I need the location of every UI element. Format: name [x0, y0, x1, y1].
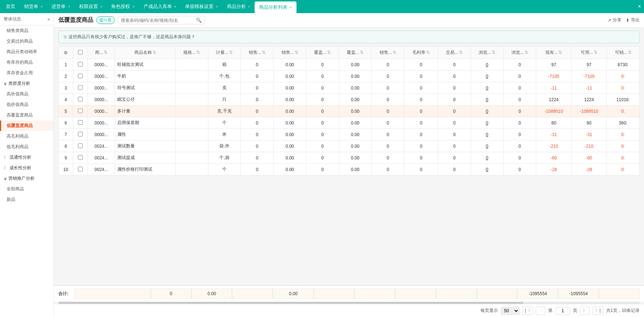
sidebar-item-high-value[interactable]: 高价值商品	[0, 89, 54, 99]
select-all-checkbox[interactable]	[78, 50, 83, 55]
col-sales-qty[interactable]: 销售...⇅	[241, 47, 274, 59]
cell-checkbox[interactable]	[73, 129, 88, 140]
first-page-button[interactable]: |〈	[522, 306, 533, 315]
row-checkbox[interactable]	[78, 155, 83, 160]
export-button[interactable]: ⬆ 导出	[626, 17, 640, 23]
sidebar-item-sales-goods[interactable]: 销售类商品	[0, 25, 54, 36]
row-checkbox[interactable]	[78, 108, 83, 113]
tab-product-analysis-list[interactable]: 商品分析列表 ×	[255, 1, 296, 13]
col-sellable[interactable]: 可销...⇅	[607, 47, 640, 59]
tab-product-analysis[interactable]: 商品分析 ×	[223, 0, 255, 13]
close-all-tabs-icon[interactable]: ×	[638, 3, 641, 10]
prev-page-button[interactable]: 〈	[536, 306, 545, 315]
cell-checkbox[interactable]	[73, 117, 88, 129]
tab-sales-order[interactable]: 销货单 ×	[20, 0, 47, 13]
cell-browse1[interactable]: 0	[471, 59, 503, 71]
share-button[interactable]: ↗ 分享	[608, 17, 621, 23]
cell-sales3: 0	[372, 164, 404, 175]
tab-close-icon[interactable]: ×	[174, 4, 176, 9]
sidebar-item-low-coverage[interactable]: 低覆盖度商品	[0, 120, 54, 131]
cell-browse1[interactable]: 0	[471, 152, 503, 164]
row-checkbox[interactable]	[78, 120, 83, 125]
sidebar-group-cluster[interactable]: ∨ 类群度分析	[0, 78, 54, 89]
sidebar-item-new-goods[interactable]: 新品	[0, 194, 54, 205]
sidebar-group-liquidity[interactable]: 〉 流通性分析	[0, 152, 54, 163]
col-coverage2[interactable]: 覆盖...⇅	[339, 47, 372, 59]
cell-checkbox[interactable]	[73, 106, 88, 117]
tab-product-warehouse[interactable]: 产成品入库单 ×	[139, 0, 181, 13]
row-checkbox[interactable]	[78, 97, 83, 102]
tab-purchase-order[interactable]: 进货单 ×	[47, 0, 74, 13]
row-checkbox[interactable]	[78, 167, 83, 171]
sidebar-group-marketing[interactable]: ∨ 营销推广分析	[0, 173, 54, 184]
cell-checkbox[interactable]	[73, 71, 88, 82]
tab-close-icon[interactable]: ×	[68, 4, 70, 9]
col-browse2[interactable]: 浏览...⇅	[503, 47, 536, 59]
cell-checkbox[interactable]	[73, 59, 88, 71]
sidebar-collapse-icon[interactable]: «	[47, 17, 50, 22]
row-checkbox[interactable]	[78, 143, 83, 148]
sidebar-item-in-stock[interactable]: 有库存的商品	[0, 57, 54, 68]
tab-close-icon[interactable]: ×	[100, 4, 102, 9]
tab-role-auth[interactable]: 角色授权 ×	[107, 0, 139, 13]
col-sales-amt[interactable]: 销售...⇅	[274, 47, 306, 59]
per-page-select[interactable]: 50 10 20 100	[501, 307, 519, 315]
tab-template-settings[interactable]: 单据模板设置 ×	[181, 0, 222, 13]
col-gross-margin[interactable]: 毛利率⇅	[404, 47, 438, 59]
sidebar-item-low-margin[interactable]: 低毛利商品	[0, 142, 54, 152]
last-page-button[interactable]: 〉|	[593, 306, 603, 315]
sidebar-item-all-goods[interactable]: 全部商品	[0, 184, 54, 194]
col-spec[interactable]: 规格...⇅	[175, 47, 208, 59]
row-checkbox[interactable]	[78, 74, 83, 78]
sidebar-item-high-coverage[interactable]: 高覆盖度商品	[0, 110, 54, 120]
col-browse1[interactable]: 浏览...⇅	[471, 47, 503, 59]
cell-browse1[interactable]: 0	[471, 94, 503, 106]
tab-close-icon[interactable]: ×	[40, 4, 43, 9]
cell-checkbox[interactable]	[73, 140, 88, 152]
sidebar-item-category-sales-rate[interactable]: 商品分类动销率	[0, 47, 54, 57]
sidebar-item-low-value[interactable]: 低价值商品	[0, 99, 54, 110]
cell-sales-amt: 0.00	[274, 164, 306, 175]
cell-checkbox[interactable]	[73, 94, 88, 106]
col-checkbox[interactable]	[73, 47, 88, 59]
sidebar-group-growth[interactable]: 〉 成长性分析	[0, 163, 54, 173]
cell-browse1[interactable]: 0	[471, 164, 503, 175]
tab-close-icon[interactable]: ×	[132, 4, 134, 9]
col-gear[interactable]: ⚙	[59, 47, 73, 59]
sidebar-item-high-margin[interactable]: 高毛利商品	[0, 131, 54, 142]
cell-current-stock: -7105	[536, 71, 572, 82]
cell-browse1[interactable]: 0	[471, 117, 503, 129]
col-current-stock[interactable]: 现有...⇅	[536, 47, 572, 59]
row-checkbox[interactable]	[78, 85, 83, 90]
cell-browse1[interactable]: 0	[471, 82, 503, 94]
cell-checkbox[interactable]	[73, 82, 88, 94]
row-checkbox[interactable]	[78, 62, 83, 67]
col-available-stock[interactable]: 可用...⇅	[572, 47, 607, 59]
cell-browse1[interactable]: 0	[471, 129, 503, 140]
cell-browse1[interactable]: 0	[471, 140, 503, 152]
col-code[interactable]: 商...⇅	[87, 47, 115, 59]
tab-home[interactable]: 首页	[1, 0, 20, 13]
col-sales3[interactable]: 销售...⇅	[372, 47, 404, 59]
col-name[interactable]: 商品名称⇅	[115, 47, 176, 59]
sidebar-item-stock-capital[interactable]: 库存资金占用	[0, 68, 54, 78]
tab-close-icon[interactable]: ×	[290, 5, 292, 9]
search-input[interactable]	[121, 18, 195, 23]
cell-browse1[interactable]: 0	[471, 71, 503, 82]
tab-close-icon[interactable]: ×	[248, 4, 250, 9]
sidebar-item-traded-goods[interactable]: 交易过的商品	[0, 36, 54, 47]
cell-checkbox[interactable]	[73, 152, 88, 164]
tab-close-icon[interactable]: ×	[216, 4, 218, 9]
time-filter-button[interactable]: 近一月	[96, 16, 115, 24]
search-icon[interactable]: 🔍	[196, 17, 202, 23]
cell-browse1[interactable]: 0	[471, 106, 503, 117]
tab-permission-settings[interactable]: 权限设置 ×	[75, 0, 107, 13]
cell-available-stock: 80	[572, 117, 607, 129]
col-coverage1[interactable]: 覆盖...⇅	[306, 47, 339, 59]
col-trade[interactable]: 交易...⇅	[438, 47, 471, 59]
row-checkbox[interactable]	[78, 132, 83, 136]
cell-checkbox[interactable]	[73, 164, 88, 175]
col-unit[interactable]: 计量...⇅	[208, 47, 241, 59]
page-number-input[interactable]	[555, 307, 570, 314]
next-page-button[interactable]: 〉	[580, 306, 590, 315]
